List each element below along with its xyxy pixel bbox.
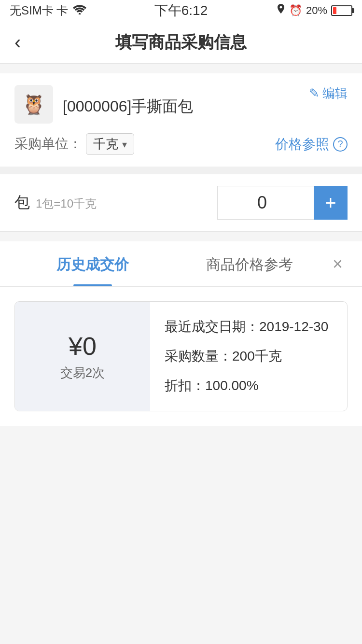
back-button[interactable]: ‹	[14, 31, 21, 53]
quantity-value: 200千克	[232, 349, 282, 364]
currency-symbol: ¥	[69, 332, 83, 360]
price-card-left: ¥0 交易2次	[15, 302, 150, 411]
section-divider	[0, 167, 362, 174]
status-left: 无SIM卡 卡	[10, 3, 86, 18]
discount-label: 折扣：	[165, 378, 205, 393]
edit-icon: ✎	[309, 86, 320, 101]
unit-label: 采购单位：	[14, 136, 82, 151]
tab-history-price-label: 历史成交价	[56, 256, 129, 272]
tab-bar: 历史成交价 商品价格参考 ×	[0, 241, 362, 287]
product-thumbnail: 🦉	[14, 85, 53, 124]
edit-label: 编辑	[322, 85, 348, 102]
unit-selector[interactable]: 千克 ▾	[86, 133, 134, 155]
alarm-icon: ⏰	[289, 4, 302, 17]
edit-button[interactable]: ✎ 编辑	[309, 85, 348, 102]
tab-price-reference[interactable]: 商品价格参考	[171, 241, 327, 286]
quantity-control: +	[217, 186, 348, 220]
tab-close-button[interactable]: ×	[328, 246, 348, 282]
bottom-space	[0, 426, 362, 644]
product-logo-icon: 🦉	[22, 93, 46, 116]
wifi-icon	[73, 4, 86, 17]
help-icon: ?	[333, 137, 348, 152]
battery-percent: 20%	[306, 4, 327, 17]
price-card-right: 最近成交日期：2019-12-30 采购数量：200千克 折扣：100.00%	[150, 302, 343, 411]
tab-price-reference-label: 商品价格参考	[206, 256, 293, 272]
location-icon	[277, 4, 285, 17]
product-left: 🦉 [0000006]手撕面包	[14, 85, 193, 124]
price-detail-quantity: 采购数量：200千克	[165, 346, 328, 367]
carrier-text: 无SIM卡 卡	[10, 3, 68, 18]
price-amount: ¥0	[69, 332, 97, 361]
price-card: ¥0 交易2次 最近成交日期：2019-12-30 采购数量：200千克 折扣：…	[14, 301, 348, 411]
quantity-label-text: 采购数量：	[165, 349, 232, 364]
price-detail-discount: 折扣：100.00%	[165, 375, 328, 397]
discount-value: 100.00%	[205, 378, 259, 393]
product-name: [0000006]手撕面包	[63, 91, 193, 117]
svg-point-0	[79, 13, 81, 14]
quantity-unit: 包	[14, 192, 30, 213]
unit-value: 千克	[93, 136, 118, 153]
status-time: 下午6:12	[154, 1, 208, 20]
quantity-label: 包 1包=10千克	[14, 192, 97, 213]
quantity-conversion: 1包=10千克	[36, 196, 97, 211]
nav-bar: ‹ 填写商品采购信息	[0, 21, 362, 64]
tab-history-price[interactable]: 历史成交价	[14, 241, 171, 286]
unit-selector-group: 采购单位： 千克 ▾	[14, 133, 134, 155]
price-ref-label: 价格参照	[275, 135, 329, 154]
product-card: 🦉 [0000006]手撕面包 ✎ 编辑 采购单位： 千克 ▾ 价格参照 ?	[0, 73, 362, 167]
price-ref-button[interactable]: 价格参照 ?	[275, 135, 348, 154]
dropdown-arrow-icon: ▾	[122, 139, 127, 150]
quantity-row: 包 1包=10千克 +	[0, 174, 362, 232]
price-content: ¥0 交易2次 最近成交日期：2019-12-30 采购数量：200千克 折扣：…	[0, 287, 362, 426]
product-unit-row: 采购单位： 千克 ▾ 价格参照 ?	[14, 133, 348, 155]
battery-icon	[331, 5, 352, 16]
recent-date-value: 2019-12-30	[259, 319, 328, 334]
product-header: 🦉 [0000006]手撕面包 ✎ 编辑	[14, 85, 348, 124]
recent-date-label: 最近成交日期：	[165, 319, 259, 334]
price-detail-date: 最近成交日期：2019-12-30	[165, 316, 328, 338]
status-right: ⏰ 20%	[277, 4, 352, 17]
page-title: 填写商品采购信息	[115, 31, 247, 54]
quantity-input[interactable]	[217, 186, 314, 220]
price-value: 0	[83, 332, 97, 360]
status-bar: 无SIM卡 卡 下午6:12 ⏰ 20%	[0, 0, 362, 21]
quantity-plus-button[interactable]: +	[314, 186, 348, 220]
price-trades: 交易2次	[60, 364, 105, 381]
